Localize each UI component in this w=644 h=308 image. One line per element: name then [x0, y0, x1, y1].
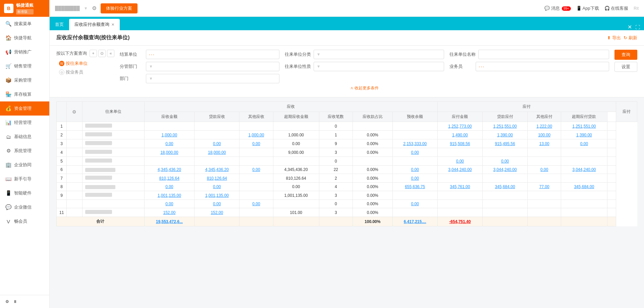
- unit-nature-input[interactable]: ▼: [314, 62, 444, 71]
- sidebar-item-search[interactable]: 🔍搜索菜单: [0, 17, 49, 31]
- tab-query[interactable]: 应收应付余额查询 ✕: [69, 19, 120, 30]
- th-payable-group: 应付: [437, 102, 616, 112]
- filter-settings-button[interactable]: ⊙: [98, 50, 106, 57]
- set-button[interactable]: 设置: [614, 62, 637, 72]
- tab-home[interactable]: 首页: [50, 19, 69, 30]
- table-row: 64,345,436.204,345,436.200.004,345,436.2…: [57, 166, 637, 174]
- total-ar-ratio: 100.00%: [353, 217, 392, 226]
- th-ap-other: 其他应付: [528, 112, 561, 122]
- sidebar-item-system[interactable]: ⚙系统管理: [0, 144, 49, 158]
- sidebar-label-sales: 销售管理: [14, 63, 32, 69]
- tab-close-icon[interactable]: ✕: [111, 23, 114, 27]
- dept-managed-arrow: ▼: [149, 64, 153, 69]
- th-ap-amount: 应付金额: [437, 112, 482, 122]
- table-row: 91,001,135.001,001,135.001,001,135.0030.…: [57, 191, 637, 200]
- filter-unit-nature: 往来单位性质 ▼: [285, 62, 444, 71]
- query-button[interactable]: 查询: [614, 50, 637, 60]
- sidebar-icon-inventory: 🏪: [5, 91, 11, 97]
- content-header: 应收应付余额查询(按往来单位) ⬆ 导出 ↻ 刷新: [50, 30, 644, 46]
- table-settings-icon[interactable]: ⚙: [72, 109, 76, 115]
- sidebar-item-purchase[interactable]: 📦采购管理: [0, 73, 49, 87]
- th-ar-amount: 应收金额: [144, 112, 195, 122]
- sidebar-label-basic: 基础信息: [14, 134, 32, 140]
- th-ap-loan: 贷款应付: [482, 112, 527, 122]
- filter-option-unit[interactable]: W 按往来单位: [56, 60, 114, 67]
- sidebar-icon-system: ⚙: [5, 148, 11, 154]
- user-area[interactable]: Rit: [634, 6, 639, 11]
- online-service-item[interactable]: 🎧 在线客服: [604, 5, 629, 11]
- table-row: 11152.00152.00101.0030.00%: [57, 208, 637, 217]
- total-ap-loan: [482, 217, 527, 226]
- sidebar-label-enterprise: 企业协同: [14, 162, 32, 168]
- topnav-gear-icon[interactable]: ⚙: [92, 5, 97, 11]
- partner-cell: [82, 208, 144, 217]
- filter-option-salesman-label: 按业务员: [66, 69, 83, 75]
- sidebar-item-wechat[interactable]: 💬企业微信: [0, 200, 49, 214]
- filter-dept-managed: 分管部门 ▼: [120, 62, 279, 71]
- th-settings[interactable]: ⚙: [67, 102, 82, 122]
- sidebar-item-hardware[interactable]: 📱智能硬件: [0, 186, 49, 200]
- unit-name-input[interactable]: [478, 50, 609, 59]
- filter-salesman: 业务员 ···: [449, 62, 609, 71]
- table-row: 80.000.000.0040.00%655,636.75345,761.003…: [57, 183, 637, 191]
- settings-icon[interactable]: ⚙: [5, 299, 9, 304]
- refresh-button[interactable]: ↻ 刷新: [624, 35, 637, 41]
- content: 应收应付余额查询(按往来单位) ⬆ 导出 ↻ 刷新 按以下方案查询: [50, 30, 644, 308]
- sidebar-item-quicknav[interactable]: 🏠快捷导航: [0, 31, 49, 45]
- unit-category-input[interactable]: ▼: [314, 50, 444, 59]
- total-ar-prepay[interactable]: 6,417,215....: [392, 217, 437, 226]
- total-ap-overdue: [561, 217, 607, 226]
- logo-icon: B: [4, 4, 13, 13]
- sidebar-item-sales[interactable]: 🛒销售管理: [0, 59, 49, 73]
- filter-option-salesman[interactable]: ⊙ 按业务员: [56, 69, 114, 76]
- total-ap-amount[interactable]: -654,751.40: [437, 217, 482, 226]
- sidebar-footer[interactable]: ⚙ ⏸: [0, 295, 49, 308]
- filter-area: 按以下方案查询 + ⊙ « W 按往来单位 ⊙ 按业务员: [50, 46, 644, 97]
- unit-name-label: 往来单位名称: [449, 51, 476, 57]
- th-ar-ratio: 应收款占比: [353, 112, 392, 122]
- tab-query-label: 应收应付余额查询: [74, 21, 109, 28]
- message-label: 消息: [551, 6, 560, 11]
- sidebar-label-inventory: 库存核算: [14, 91, 32, 97]
- th-ap-overdue: 超期应付贷款: [561, 112, 607, 122]
- filter-option-unit-label: 按往来单位: [66, 60, 88, 67]
- sidebar-label-guide: 新手引导: [14, 176, 32, 182]
- filter-collapse-button[interactable]: «: [107, 50, 114, 57]
- sidebar-item-marketing[interactable]: 📢营销推广: [0, 45, 49, 59]
- app-download-item[interactable]: 📱 App下载: [576, 5, 599, 11]
- dept-input[interactable]: ▼: [146, 74, 279, 83]
- filter-add-button[interactable]: +: [90, 50, 97, 57]
- settlement-input[interactable]: ···: [146, 50, 279, 59]
- dept-managed-input[interactable]: ▼: [146, 62, 279, 71]
- tabbar: 首页 应收应付余额查询 ✕ ✕ ⛶: [50, 17, 644, 30]
- filter-collapse[interactable]: ∧ 收起更多条件: [120, 83, 609, 93]
- table-row: 0.000.000.0000.00%0.00: [57, 200, 637, 208]
- sidebar-item-member[interactable]: V畅会员: [0, 214, 49, 228]
- sidebar-item-enterprise[interactable]: 🏢企业协同: [0, 158, 49, 172]
- sidebar-label-wechat: 企业微信: [14, 204, 32, 210]
- logo-name: 畅捷通账: [16, 2, 34, 8]
- sidebar-item-basic[interactable]: 🗂基础信息: [0, 130, 49, 144]
- message-item[interactable]: 💬 消息 99+: [544, 5, 571, 11]
- sidebar-icon-hardware: 📱: [5, 190, 11, 196]
- message-badge: 99+: [562, 6, 571, 11]
- collapse-icon[interactable]: ⏸: [13, 299, 17, 304]
- sidebar-item-operations[interactable]: 📊经营管理: [0, 116, 49, 130]
- content-actions: ⬆ 导出 ↻ 刷新: [607, 35, 637, 41]
- tab-fullscreen-icon[interactable]: ⛶: [635, 25, 640, 30]
- export-button[interactable]: ⬆ 导出: [607, 35, 621, 41]
- salesman-input[interactable]: ···: [476, 62, 609, 71]
- partner-cell: [82, 174, 144, 183]
- partner-cell: [82, 122, 144, 131]
- sidebar-item-guide[interactable]: 📖新手引导: [0, 172, 49, 186]
- sidebar-item-inventory[interactable]: 🏪库存核算: [0, 87, 49, 101]
- app-download-label: App下载: [583, 6, 599, 11]
- unit-category-label: 往来单位分类: [285, 51, 311, 57]
- sidebar-label-system: 系统管理: [14, 148, 32, 154]
- solution-button[interactable]: 体验行业方案: [101, 3, 138, 13]
- sidebar-item-finance[interactable]: 💰资金管理: [0, 101, 49, 116]
- table-row: 7810,126.64810,126.64810,126.6420.00%0.0…: [57, 174, 637, 183]
- tab-close-window-icon[interactable]: ✕: [628, 24, 632, 30]
- logo: B 畅捷通账 标准版: [0, 0, 49, 17]
- total-ar-amount[interactable]: 19,553,472,6...: [144, 217, 195, 226]
